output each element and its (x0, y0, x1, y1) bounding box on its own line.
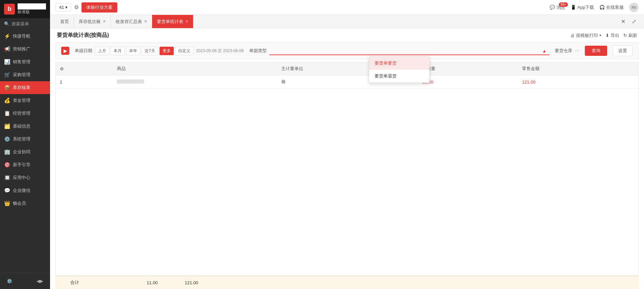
sidebar-item-system[interactable]: ⚙️ 系统管理 (0, 133, 50, 146)
quick-nav-icon: ⚡ (4, 33, 10, 39)
type-label: 单据类型 (249, 48, 267, 54)
sidebar-item-guide[interactable]: 🎯 新手引导 (0, 158, 50, 171)
operation-icon: 📋 (4, 110, 10, 116)
cell-quantity[interactable]: 11.00 (418, 75, 518, 89)
table-footer: 合计 11.00 121.00 (55, 276, 639, 289)
sidebar-item-enterprise[interactable]: 🏢 企业协同 (0, 146, 50, 158)
sidebar-collapse-btn[interactable]: ◀▶ (35, 277, 45, 285)
filter-settings-button[interactable]: 设置 (613, 45, 633, 56)
filter-type-input-wrapper: ▲ (269, 47, 549, 55)
sidebar-item-operation[interactable]: 📋 经营管理 (0, 107, 50, 120)
filter-date-range: 2023-05-06 至 2023-06-06 (196, 48, 244, 54)
sidebar-item-marketing[interactable]: 📢 营销推广 (0, 43, 50, 55)
col-header-settings[interactable]: ⚙ (56, 62, 113, 75)
date-btn-last-7days[interactable]: 近7天 (142, 47, 158, 55)
tab-inventory-batch[interactable]: 库存批次账 ✕ (74, 15, 111, 28)
system-icon: ⚙️ (4, 136, 10, 142)
date-btn-this-month[interactable]: 本月 (111, 47, 125, 55)
sidebar-item-purchase[interactable]: 🛒 采购管理 (0, 68, 50, 81)
table-header-row: ⚙ 商品 主计量单位 主数量 零售金额 (56, 62, 638, 75)
app-download-item[interactable]: 📱 App下载 (571, 4, 594, 10)
settings-icon: ⚙️ (7, 279, 12, 284)
export-icon: ⬇ (605, 33, 609, 38)
marketing-icon: 📢 (4, 46, 10, 52)
footer-amount: 121.00 (185, 280, 198, 285)
sidebar-item-basic[interactable]: 🗂️ 基础信息 (0, 120, 50, 133)
sidebar-item-inventory[interactable]: 📦 库存核算 (0, 81, 50, 94)
filter-type-section: 单据类型 ▲ 要货单要货 要货单退货 (249, 47, 549, 55)
filter-date-buttons: 上月 本月 本年 近7天 更多 自定义 (95, 47, 193, 55)
page-header-actions: 🖨 按模板打印 ▾ ⬇ 导出 ↻ 刷新 (570, 32, 637, 39)
refresh-action[interactable]: ↻ 刷新 (623, 32, 637, 39)
col-header-quantity: 主数量 (418, 62, 518, 75)
sidebar-item-quick-nav[interactable]: ⚡ 快捷导航 (0, 30, 50, 43)
date-btn-this-year[interactable]: 本年 (126, 47, 140, 55)
page-title: 要货单统计表(按商品) (57, 32, 109, 39)
tabbar-expand-btn[interactable]: ⤢ (629, 17, 639, 26)
finance-icon: 💰 (4, 97, 10, 104)
filter-warehouse-section: 要货仓库 ··· (555, 48, 579, 54)
date-btn-more[interactable]: 更多 (160, 47, 174, 55)
industry-plan-button[interactable]: 体验行业方案 (81, 2, 117, 13)
sidebar-item-apps[interactable]: 🔲 应用中心 (0, 171, 50, 184)
export-action[interactable]: ⬇ 导出 (605, 32, 619, 39)
date-btn-last-month[interactable]: 上月 (95, 47, 109, 55)
warehouse-more-icon[interactable]: ··· (575, 48, 579, 54)
inventory-icon: 📦 (4, 85, 10, 91)
dropdown-item-order-return[interactable]: 要货单退货 (369, 70, 429, 83)
filter-type-input[interactable] (269, 47, 549, 55)
chevron-down-icon: ▾ (599, 33, 601, 38)
message-icon: 💬 (550, 5, 555, 10)
sidebar-item-finance[interactable]: 💰 资金管理 (0, 94, 50, 107)
collapse-icon: ◀▶ (37, 279, 43, 284)
apps-icon: 🔲 (4, 175, 10, 181)
member-icon: 👑 (4, 200, 10, 206)
cell-amount[interactable]: 121.00 (518, 75, 638, 89)
filter-expand-btn[interactable]: ▶ (61, 47, 69, 55)
filter-date-section: 单据日期 上月 本月 本年 近7天 更多 自定义 2023-05-06 至 20… (75, 47, 244, 55)
type-chevron-up-icon[interactable]: ▲ (542, 48, 547, 53)
warehouse-label: 要货仓库 (555, 48, 572, 54)
date-label: 单据日期 (75, 48, 92, 54)
tab-close-inventory-batch[interactable]: ✕ (103, 19, 106, 24)
messages-item[interactable]: 💬 消息 99+ (550, 4, 565, 10)
tab-order-stats[interactable]: 要货单统计表 ✕ (152, 15, 193, 28)
topbar-left: 41 ▾ ⚙ 体验行业方案 (55, 2, 546, 13)
search-icon: 🔍 (4, 21, 9, 26)
tabbar-close-all-btn[interactable]: ✕ (618, 17, 628, 26)
user-avatar[interactable]: Rit (629, 3, 639, 12)
basic-icon: 🗂️ (4, 123, 10, 129)
topbar-right: 💬 消息 99+ 📱 App下载 🎧 在线客服 Rit (550, 3, 639, 12)
sidebar-item-member[interactable]: 👑 畅会员 (0, 197, 50, 210)
topbar-gear-icon[interactable]: ⚙ (74, 4, 79, 10)
print-template-action[interactable]: 🖨 按模板打印 ▾ (570, 32, 601, 39)
sidebar-settings-btn[interactable]: ⚙️ (5, 277, 14, 285)
dropdown-item-order-goods[interactable]: 要货单要货 (369, 57, 429, 70)
type-dropdown: 要货单要货 要货单退货 (369, 57, 430, 83)
tab-shipment-summary[interactable]: 收发存汇总表 ✕ (111, 15, 152, 28)
tab-close-order-stats[interactable]: ✕ (185, 19, 188, 24)
date-btn-custom[interactable]: 自定义 (175, 47, 193, 55)
data-table-container: ⚙ 商品 主计量单位 主数量 零售金额 1 块 (55, 62, 639, 276)
query-button[interactable]: 查询 (585, 46, 607, 56)
messages-badge: 99+ (559, 2, 568, 7)
refresh-icon: ↻ (623, 33, 627, 38)
main-content: 41 ▾ ⚙ 体验行业方案 💬 消息 99+ 📱 App下载 🎧 在线客服 Ri… (50, 0, 644, 289)
online-service-item[interactable]: 🎧 在线客服 (599, 4, 624, 10)
sidebar-search[interactable]: 🔍 搜索菜单 (0, 18, 50, 30)
footer-total-label: 合计 (70, 280, 147, 286)
tab-home[interactable]: 首页 (55, 15, 74, 28)
purchase-icon: 🛒 (4, 72, 10, 78)
topbar-company-selector[interactable]: 41 ▾ (55, 3, 71, 12)
sidebar-item-sales[interactable]: 📊 销售管理 (0, 55, 50, 68)
sidebar-item-wecom[interactable]: 💬 企业微信 (0, 184, 50, 197)
tab-close-shipment-summary[interactable]: ✕ (144, 19, 147, 24)
sidebar-logo: b 畅捷通好生意 标准版 (0, 0, 50, 18)
page-header: 要货单统计表(按商品) 🖨 按模板打印 ▾ ⬇ 导出 ↻ 刷新 (50, 28, 644, 42)
wecom-icon: 💬 (4, 187, 10, 194)
page-content: 要货单统计表(按商品) 🖨 按模板打印 ▾ ⬇ 导出 ↻ 刷新 ▶ (50, 28, 644, 289)
footer-quantity: 11.00 (147, 280, 158, 285)
enterprise-icon: 🏢 (4, 149, 10, 155)
tabbar-actions: ✕ ⤢ (618, 17, 639, 26)
tabbar: 首页 库存批次账 ✕ 收发存汇总表 ✕ 要货单统计表 ✕ ✕ ⤢ (50, 15, 644, 28)
